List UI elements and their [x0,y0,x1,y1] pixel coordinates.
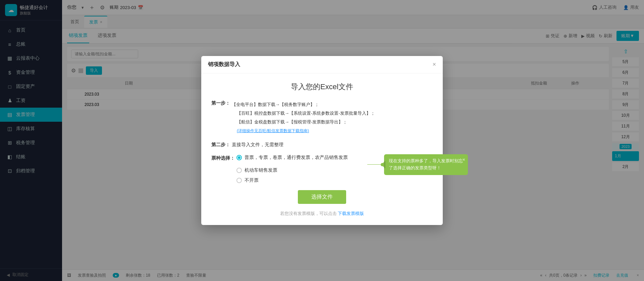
step2-label: 第二步： [211,142,230,148]
radio-label-3: 不开票 [245,177,259,183]
step1-line-3: 【航信】金税盘数据下载→【报税管理-发票数据导出】； [237,118,375,126]
step2-section: 第二步： 直接导入文件，无需整理 [211,142,433,148]
modal-body: 导入您的Excel文件 第一步： 【全电平台】数据下载→【税务数字账户】； 【百… [201,73,443,225]
radio-label-2: 机动车销售发票 [245,167,277,173]
radio-option-3[interactable]: 不开票 [236,177,351,183]
modal-header: 销项数据导入 × [201,56,443,73]
modal-footer: 若您没有发票模版，可以点击 下载发票模版 [211,211,433,217]
tooltip-connector: 现在支持的票种多了，导入发票时别忘了选择正确的发票类型呀！ × [367,154,468,175]
radio-btn-1[interactable] [236,155,242,160]
select-file-btn[interactable]: 选择文件 [298,190,346,204]
tooltip-close-btn[interactable]: × [463,156,465,163]
step1-line-1: 【全电平台】数据下载→【税务数字账户】； [232,100,375,109]
radio-option-1[interactable]: 普票，专票，卷票，通行费发票，农产品销售发票 [236,155,351,161]
tooltip-text: 现在支持的票种多了，导入发票时别忘了选择正确的发票类型呀！ [389,158,463,170]
step1-label: 第一步： [211,100,230,106]
import-modal: 销项数据导入 × 导入您的Excel文件 第一步： 【全电平台】数据下载→【税务… [201,56,443,225]
modal-overlay[interactable]: 销项数据导入 × 导入您的Excel文件 第一步： 【全电平台】数据下载→【税务… [0,0,644,281]
step1-line-2: 【百旺】税控盘数据下载→【系统设置-系统参数设置-发票批量导入】； [237,109,375,118]
radio-section: 票种选择： 普票，专票，卷票，通行费发票，农产品销售发票 [211,155,433,183]
radio-option-2[interactable]: 机动车销售发票 [236,167,351,173]
radio-btn-2[interactable] [236,168,242,173]
modal-close-btn[interactable]: × [432,61,436,68]
modal-main-title: 导入您的Excel文件 [211,82,433,92]
step1-section: 第一步： 【全电平台】数据下载→【税务数字账户】； 【百旺】税控盘数据下载→【系… [211,100,433,135]
radio-section-label: 票种选择： [211,155,235,161]
radio-label-1: 普票，专票，卷票，通行费发票，农产品销售发票 [245,155,348,161]
modal-title: 销项数据导入 [208,61,240,68]
download-template-link[interactable]: 下载发票模版 [338,211,364,216]
footer-text: 若您没有发票模版，可以点击 [280,211,337,216]
radio-btn-3[interactable] [236,178,242,183]
download-guide-link[interactable]: (详细操作见百旺/航信发票数据下载指南) [237,128,309,133]
step2-content: 直接导入文件，无需整理 [232,142,283,148]
